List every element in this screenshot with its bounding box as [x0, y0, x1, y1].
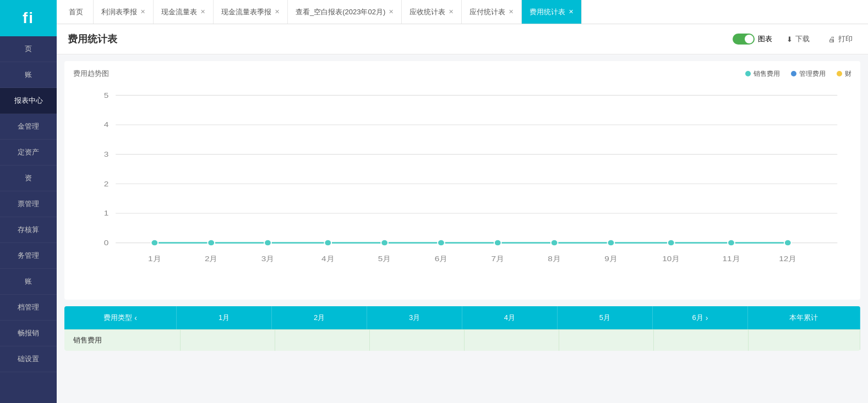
th-type: 费用类型 ‹	[64, 306, 177, 329]
legend-dot-admin	[791, 71, 796, 76]
legend-label-admin: 管理费用	[799, 69, 826, 79]
td-m6	[654, 330, 749, 351]
svg-text:9月: 9月	[604, 255, 618, 263]
tab-home[interactable]: 首页	[59, 0, 94, 24]
svg-text:7月: 7月	[492, 255, 505, 263]
sidebar-item-account[interactable]: 账	[0, 62, 57, 88]
page-header: 费用统计表 图表 ⬇ 下载 🖨 打印	[57, 24, 868, 54]
th-m3: 3月	[367, 306, 462, 329]
sidebar-item-settings[interactable]: 础设置	[0, 346, 57, 372]
th-m4: 4月	[462, 306, 558, 329]
th-total: 本年累计	[748, 306, 860, 329]
svg-text:4: 4	[104, 120, 109, 129]
svg-text:1: 1	[104, 209, 109, 217]
legend-label-finance: 财	[845, 69, 851, 79]
th-m2: 2月	[272, 306, 367, 329]
tab-close-blank-report[interactable]: ✕	[389, 8, 394, 15]
tab-close-receivable[interactable]: ✕	[449, 8, 454, 15]
download-icon: ⬇	[787, 35, 793, 43]
content-area: 费用统计表 图表 ⬇ 下载 🖨 打印 费用趋势图	[57, 24, 868, 403]
td-m2	[275, 330, 370, 351]
svg-text:10月: 10月	[662, 255, 680, 263]
th-m1: 1月	[177, 306, 272, 329]
main-area: 首页 利润表季报 ✕ 现金流量表 ✕ 现金流量表季报 ✕ 查看_空白报表(202…	[57, 0, 868, 403]
svg-point-31	[551, 240, 558, 246]
tab-close-cashflow[interactable]: ✕	[200, 8, 205, 15]
chart-toggle[interactable]	[733, 34, 755, 45]
svg-point-30	[494, 240, 501, 246]
tab-close-payable[interactable]: ✕	[509, 8, 514, 15]
td-m1	[181, 330, 275, 351]
sidebar-item-report-center[interactable]: 报表中心	[0, 88, 57, 114]
sidebar-item-fund[interactable]: 金管理	[0, 114, 57, 140]
tab-bar: 首页 利润表季报 ✕ 现金流量表 ✕ 现金流量表季报 ✕ 查看_空白报表(202…	[57, 0, 868, 24]
td-type: 销售费用	[64, 330, 181, 351]
sidebar-item-fixed-assets[interactable]: 定资产	[0, 140, 57, 165]
download-button[interactable]: ⬇ 下载	[782, 32, 814, 46]
svg-text:5月: 5月	[378, 255, 391, 263]
print-icon: 🖨	[828, 35, 836, 43]
sidebar-item-archive[interactable]: 档管理	[0, 295, 57, 321]
tab-close-cashflow-quarterly[interactable]: ✕	[275, 8, 280, 15]
expense-table: 费用类型 ‹ 1月 2月 3月 4月 5月 6月 › 本年累计 销售费用	[64, 306, 860, 351]
tab-close-expense-stats[interactable]: ✕	[569, 8, 574, 15]
sidebar-item-investment[interactable]: 资	[0, 165, 57, 191]
legend-dot-finance	[837, 71, 842, 76]
th-nav-prev[interactable]: ‹	[134, 313, 137, 322]
svg-text:1月: 1月	[148, 255, 161, 263]
tab-blank-report[interactable]: 查看_空白报表(2023年02月) ✕	[288, 0, 402, 24]
svg-point-35	[784, 240, 791, 246]
tab-expense-stats[interactable]: 费用统计表 ✕	[522, 0, 582, 24]
tab-receivable[interactable]: 应收统计表 ✕	[402, 0, 462, 24]
table-header: 费用类型 ‹ 1月 2月 3月 4月 5月 6月 › 本年累计	[64, 306, 860, 329]
chart-container: 5 4 3 2 1 0 1月 2月 3月 4月 5月 6月 7月 8月 9月	[73, 83, 851, 292]
chart-header: 费用趋势图 销售费用 管理费用 财	[73, 69, 851, 79]
sidebar-item-debt[interactable]: 账	[0, 269, 57, 295]
svg-text:8月: 8月	[548, 255, 561, 263]
svg-point-32	[608, 240, 615, 246]
svg-point-26	[264, 240, 271, 246]
tab-payable[interactable]: 应付统计表 ✕	[462, 0, 522, 24]
print-button[interactable]: 🖨 打印	[824, 32, 857, 46]
app-logo: fi	[0, 0, 57, 36]
svg-text:4月: 4月	[321, 255, 335, 263]
legend-admin: 管理费用	[791, 69, 826, 79]
tab-cashflow[interactable]: 现金流量表 ✕	[154, 0, 214, 24]
svg-text:12月: 12月	[779, 255, 796, 263]
th-m6: 6月 ›	[653, 306, 748, 329]
svg-text:11月: 11月	[722, 255, 740, 263]
svg-text:3: 3	[104, 150, 109, 158]
svg-text:0: 0	[104, 239, 109, 247]
sidebar-item-invoice[interactable]: 票管理	[0, 191, 57, 217]
chart-title: 费用趋势图	[73, 69, 109, 79]
td-m5	[559, 330, 654, 351]
svg-point-28	[381, 240, 388, 246]
sidebar-item-home[interactable]: 页	[0, 36, 57, 62]
legend-finance: 财	[837, 69, 851, 79]
sidebar: fi 页 账 报表中心 金管理 定资产 资 票管理 存核算 务管理 账 档管理 …	[0, 0, 57, 403]
svg-text:5: 5	[104, 91, 109, 100]
chart-toggle-wrap: 图表	[733, 34, 772, 45]
svg-text:2: 2	[104, 180, 109, 188]
td-total	[749, 330, 860, 351]
download-label: 下载	[795, 34, 810, 44]
td-m4	[465, 330, 559, 351]
svg-text:2月: 2月	[205, 255, 218, 263]
page-title: 费用统计表	[68, 32, 117, 46]
svg-text:6月: 6月	[435, 255, 448, 263]
svg-point-29	[438, 240, 445, 246]
chart-toggle-label: 图表	[758, 34, 772, 44]
sidebar-item-inventory[interactable]: 存核算	[0, 217, 57, 243]
svg-text:3月: 3月	[261, 255, 275, 263]
tab-profit-quarterly[interactable]: 利润表季报 ✕	[94, 0, 154, 24]
sidebar-nav: 页 账 报表中心 金管理 定资产 资 票管理 存核算 务管理 账 档管理 畅报销…	[0, 36, 57, 403]
line-chart-svg: 5 4 3 2 1 0 1月 2月 3月 4月 5月 6月 7月 8月 9月	[73, 83, 851, 292]
th-nav-next[interactable]: ›	[706, 313, 708, 322]
sidebar-item-expense[interactable]: 畅报销	[0, 321, 57, 346]
legend-label-sales: 销售费用	[754, 69, 780, 79]
tab-cashflow-quarterly[interactable]: 现金流量表季报 ✕	[214, 0, 288, 24]
table-row: 销售费用	[64, 329, 860, 351]
chart-legend: 销售费用 管理费用 财	[745, 69, 851, 79]
tab-close-profit-quarterly[interactable]: ✕	[140, 8, 145, 15]
sidebar-item-service[interactable]: 务管理	[0, 243, 57, 269]
